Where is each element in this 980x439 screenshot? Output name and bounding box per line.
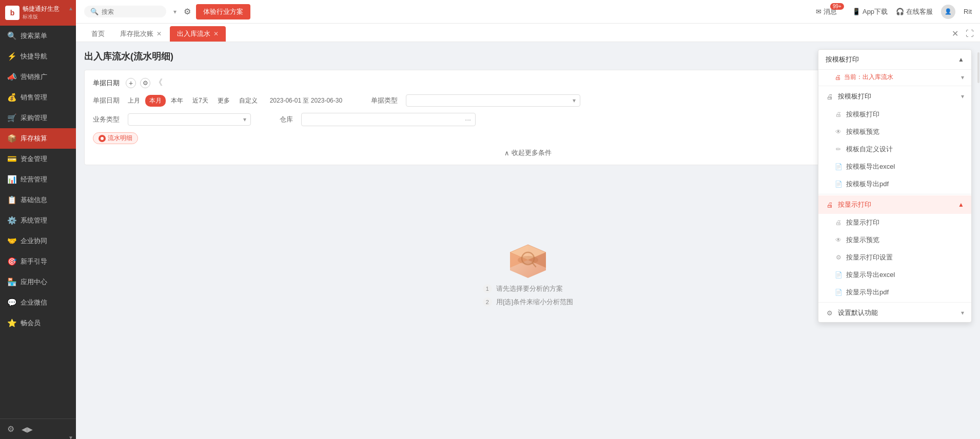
dropdown-template-print-group[interactable]: 🖨 按模板打印 ▾ (818, 87, 971, 106)
sidebar-item-basic[interactable]: 📋 基础信息 (0, 190, 76, 210)
collapse-filter-button[interactable]: 《 (154, 77, 163, 88)
scroll-down-icon[interactable]: ▼ (68, 435, 73, 439)
sub-display-excel-label: 按显示导出excel (846, 270, 895, 280)
sidebar-item-system[interactable]: ⚙️ 系统管理 (0, 210, 76, 231)
date-tab-prev-month[interactable]: 上月 (124, 95, 144, 107)
date-tab-7days[interactable]: 近7天 (188, 95, 212, 107)
biz-type-select[interactable]: ▾ (128, 113, 251, 126)
sidebar-item-wechat[interactable]: 💬 企业微信 (0, 292, 76, 313)
display-group-arrow: ▲ (958, 201, 964, 208)
sidebar-item-label: 企业微信 (21, 298, 47, 307)
scroll-up-icon[interactable]: ▲ (68, 6, 73, 11)
sidebar-item-finance[interactable]: 💳 资金管理 (0, 149, 76, 169)
printer-group-icon: 🖨 (826, 92, 834, 101)
type-select[interactable]: ▾ (406, 94, 580, 107)
dropdown-display-print[interactable]: 🖨 按显示打印 (818, 214, 971, 231)
dropdown-header: 按模板打印 ▲ (818, 50, 971, 70)
dropdown-collapse-icon[interactable]: ▲ (958, 56, 964, 63)
sidebar-item-newbie[interactable]: 🎯 新手引导 (0, 251, 76, 272)
collapse-label: 收起更多条件 (512, 148, 552, 157)
main-content: 🔍 ▾ ⚙ 体验行业方案 ✉ 消息 99+ 📱 App下载 🎧 在线客服 👤 R… (76, 0, 980, 439)
warehouse-select[interactable]: ··· (301, 113, 476, 126)
sub-pdf-icon-2: 📄 (835, 289, 842, 296)
dropdown-display-export-excel[interactable]: 📄 按显示导出excel (818, 266, 971, 284)
collapse-more-button[interactable]: ∧ 收起更多条件 (504, 148, 552, 157)
maximize-window-icon[interactable]: ⛶ (964, 28, 976, 39)
empty-icon (502, 232, 554, 278)
shortcut-icon: ⚡ (7, 52, 16, 61)
vip-icon: ⭐ (7, 318, 16, 328)
add-filter-button[interactable]: + (126, 78, 136, 88)
collapse-sidebar-icon[interactable]: ◀▶ (22, 425, 33, 433)
date-tab-custom[interactable]: 自定义 (235, 95, 262, 107)
app-label: App下载 (863, 7, 888, 16)
dropdown-template-preview[interactable]: 👁 按模板预览 (818, 123, 971, 141)
tab-batch[interactable]: 库存批次账 ✕ (113, 26, 169, 42)
topbar-right: ✉ 消息 99+ 📱 App下载 🎧 在线客服 👤 Rit (816, 5, 972, 19)
date-tabs: 上月 本月 本年 近7天 更多 自定义 (124, 95, 262, 107)
wechat-icon: 💬 (7, 298, 16, 307)
sidebar-item-marketing[interactable]: 📣 营销推广 (0, 67, 76, 87)
sidebar-item-shortcut[interactable]: ⚡ 快捷导航 (0, 46, 76, 67)
topbar-gear-icon[interactable]: ⚙ (184, 7, 191, 16)
date-tab-current-month[interactable]: 本月 (145, 95, 166, 107)
sidebar-item-label: 经营管理 (21, 175, 47, 184)
warehouse-select-dots: ··· (465, 115, 471, 124)
tab-flow[interactable]: 出入库流水 ✕ (170, 26, 226, 42)
dropdown-display-print-settings[interactable]: ⚙ 按显示打印设置 (818, 249, 971, 266)
sidebar-item-coop[interactable]: 🤝 企业协同 (0, 231, 76, 251)
filter-settings-button[interactable]: ⚙ (140, 78, 150, 88)
dropdown-template-export-pdf[interactable]: 📄 按模板导出pdf (818, 175, 971, 193)
dropdown-template-print[interactable]: 🖨 按模板打印 (818, 106, 971, 123)
settings-bottom-icon[interactable]: ⚙ (7, 424, 14, 434)
right-scrollbar[interactable] (977, 42, 980, 439)
topbar-chevron-icon[interactable]: ▾ (173, 8, 177, 15)
trial-button[interactable]: 体验行业方案 (196, 4, 250, 19)
tab-batch-close[interactable]: ✕ (156, 30, 162, 37)
search-icon: 🔍 (7, 31, 16, 41)
app-download-button[interactable]: 📱 App下载 (852, 7, 888, 16)
sub-display-settings-label: 按显示打印设置 (846, 253, 893, 262)
filter-tag-liushui[interactable]: 流水明细 (93, 132, 138, 144)
marketing-icon: 📣 (7, 72, 16, 82)
empty-step-2: 2 用[选]条件来缩小分析范围 (483, 297, 573, 307)
tabs-controls: ✕ ⛶ (950, 28, 976, 39)
display-preview-icon: 👁 (835, 236, 842, 244)
sidebar-item-operation[interactable]: 📊 经营管理 (0, 169, 76, 190)
logo-icon: b (5, 6, 19, 20)
dropdown-display-preview[interactable]: 👁 按显示预览 (818, 231, 971, 249)
dropdown-template-design[interactable]: ✏ 模板自定义设计 (818, 141, 971, 158)
date-tab-more[interactable]: 更多 (213, 95, 234, 107)
sidebar-item-vip[interactable]: ⭐ 畅会员 (0, 313, 76, 333)
empty-steps: 1 请先选择要分析的方案 2 用[选]条件来缩小分析范围 (483, 284, 573, 307)
biz-type-label: 业务类型 (93, 115, 120, 124)
dropdown-display-export-pdf[interactable]: 📄 按显示导出pdf (818, 284, 971, 301)
sidebar-item-sales[interactable]: 💰 销售管理 (0, 87, 76, 108)
topbar-search-box[interactable]: 🔍 (84, 6, 166, 17)
newbie-icon: 🎯 (7, 257, 16, 266)
sidebar-item-apps[interactable]: 🏪 应用中心 (0, 272, 76, 292)
tab-flow-close[interactable]: ✕ (213, 30, 219, 37)
dropdown-template-export-excel[interactable]: 📄 按模板导出excel (818, 158, 971, 175)
dropdown-display-print-group[interactable]: 🖨 按显示打印 ▲ (818, 195, 971, 214)
warehouse-field: 仓库 ··· (280, 113, 476, 126)
close-window-icon[interactable]: ✕ (950, 28, 961, 39)
dropdown-current-item[interactable]: 🖨 当前：出入库流水 ▾ (818, 70, 971, 85)
dropdown-current-icon: 🖨 (835, 74, 841, 81)
sidebar-item-purchase[interactable]: 🛒 采购管理 (0, 108, 76, 128)
inventory-icon: 📦 (7, 134, 16, 143)
user-avatar[interactable]: 👤 (941, 5, 955, 19)
messages-button[interactable]: ✉ 消息 99+ (816, 7, 837, 16)
sidebar-item-search[interactable]: 🔍 搜索菜单 (0, 26, 76, 46)
date-tab-current-year[interactable]: 本年 (167, 95, 187, 107)
search-input[interactable] (102, 8, 153, 15)
customer-service-button[interactable]: 🎧 在线客服 (896, 7, 933, 16)
sales-icon: 💰 (7, 93, 16, 102)
dropdown-set-default[interactable]: ⚙ 设置默认功能 ▾ (818, 304, 971, 322)
sub-display-print-label: 按显示打印 (846, 218, 879, 227)
page-content: 出入库流水(流水明细) 🖨 按模板打印 ▲ ↑ 导出 ↻ 刷新 (76, 42, 980, 439)
tab-home[interactable]: 首页 (84, 26, 112, 42)
basic-icon: 📋 (7, 195, 16, 205)
sidebar-item-inventory[interactable]: 📦 库存核算 (0, 128, 76, 149)
display-sub-printer-icon: 🖨 (835, 219, 842, 226)
